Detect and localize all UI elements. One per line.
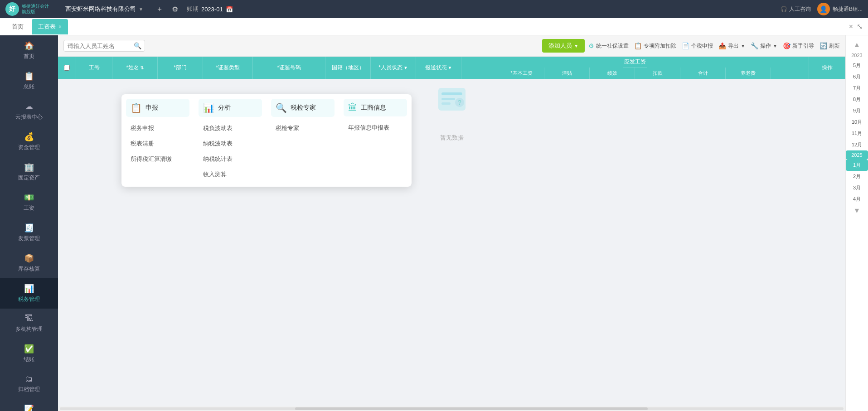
- select-all-checkbox[interactable]: [64, 65, 70, 71]
- dropdown-item-tax-fluctuation[interactable]: 纳税波动表: [199, 136, 262, 151]
- svg-rect-3: [441, 102, 451, 105]
- top-bar: 好 畅捷通好会计 旗舰版 西安虾米网络科技有限公司 ▼ ＋ ⚙ 账期 2023-…: [0, 0, 868, 18]
- dropdown-col-declaration: 📋 申报 税务申报 税表清册 所得税汇算清缴: [121, 99, 194, 182]
- dropdown-item-tax-stats[interactable]: 纳税统计表: [199, 151, 262, 167]
- dropdown-cols: 📋 申报 税务申报 税表清册 所得税汇算清缴 📊 分析 税负波动表 纳税波动表 …: [121, 94, 412, 187]
- special-deduction-icon: 📋: [634, 42, 642, 49]
- timeline-month-9[interactable]: 9月: [846, 105, 868, 116]
- timeline-nav-up[interactable]: ▲: [852, 39, 863, 51]
- tax-expert-col-icon: 🔍: [276, 102, 287, 113]
- report-filter-icon: ▼: [448, 65, 452, 70]
- sidebar-item-inventory[interactable]: 📦 库存核算: [0, 248, 58, 278]
- timeline-month-12[interactable]: 12月: [846, 139, 868, 150]
- company-selector[interactable]: 西安虾米网络科技有限公司 ▼: [65, 5, 143, 13]
- sidebar-item-home[interactable]: 🏠 首页: [0, 35, 58, 66]
- timeline-nav-down[interactable]: ▼: [852, 205, 863, 217]
- timeline-month-8[interactable]: 8月: [846, 94, 868, 105]
- th-checkbox[interactable]: [58, 57, 76, 79]
- tab-home[interactable]: 首页: [5, 19, 30, 34]
- th-total: 合计: [680, 68, 726, 79]
- th-dept: *部门: [158, 57, 203, 79]
- resize-window-icon[interactable]: ⤡: [857, 22, 863, 31]
- wage-group-label: 应发工资: [623, 57, 647, 68]
- tab-salary-table[interactable]: 工资表 ×: [32, 19, 68, 34]
- dropdown-col-business-info: 🏛 工商信息 年报信息申报表: [339, 99, 412, 182]
- main-layout: 🏠 首页 📋 总账 ☁ 云报表中心 💰 资金管理 🏢 固定资产 💵 工资 🧾 发…: [0, 35, 868, 411]
- guide-action[interactable]: 🎯 新手引导: [783, 42, 814, 50]
- cloud-icon: ☁: [25, 102, 33, 111]
- sidebar-item-close-account[interactable]: ✅ 结账: [0, 338, 58, 369]
- fund-icon: 💰: [24, 132, 34, 142]
- content-toolbar: 🔍 添加人员 ▼ ⚙ 统一社保设置 📋 专项附加扣除 📄 个税申报: [58, 35, 845, 57]
- sidebar-item-invoice[interactable]: 🧾 发票管理: [0, 218, 58, 248]
- toolbar-actions: ⚙ 统一社保设置 📋 专项附加扣除 📄 个税申报 📤 导出 ▼ 🔧: [588, 42, 840, 50]
- scrollbar-track: [60, 407, 844, 410]
- dropdown-item-tax-burden[interactable]: 税负波动表: [199, 121, 262, 136]
- period-value: 2023-01: [201, 6, 223, 13]
- th-wage-group: 应发工资 *基本工资 津贴 绩效 扣款: [461, 57, 809, 79]
- export-icon: 📤: [718, 42, 726, 49]
- timeline-month-5[interactable]: 5月: [846, 60, 868, 71]
- operations-action[interactable]: 🔧 操作 ▼: [751, 42, 777, 50]
- sidebar-item-salary[interactable]: 💵 工资: [0, 187, 58, 218]
- timeline-month-11[interactable]: 11月: [846, 128, 868, 139]
- sidebar: 🏠 首页 📋 总账 ☁ 云报表中心 💰 资金管理 🏢 固定资产 💵 工资 🧾 发…: [0, 35, 58, 411]
- tab-close-icon[interactable]: ×: [58, 24, 62, 30]
- sidebar-item-multi-org[interactable]: 🏗 多机构管理: [0, 309, 58, 338]
- dropdown-item-tax-table[interactable]: 税表清册: [126, 136, 189, 151]
- support-label: 人工咨询: [789, 5, 811, 13]
- timeline-month-6[interactable]: 6月: [846, 71, 868, 82]
- sidebar-item-archive[interactable]: 🗂 归档管理: [0, 369, 58, 399]
- sidebar-item-fund[interactable]: 💰 资金管理: [0, 126, 58, 157]
- add-btn-arrow-icon: ▼: [574, 44, 578, 48]
- dropdown-col-tax-expert: 🔍 税检专家 税检专家: [267, 99, 339, 182]
- sidebar-item-cloud-report[interactable]: ☁ 云报表中心: [0, 96, 58, 126]
- dropdown-item-tax-settlement[interactable]: 所得税汇算清缴: [126, 151, 189, 167]
- bottom-scrollbar[interactable]: [58, 406, 845, 411]
- dropdown-item-annual-report[interactable]: 年报信息申报表: [344, 120, 407, 135]
- sidebar-item-expense[interactable]: 📝 小畅报销: [0, 399, 58, 411]
- timeline-month-3[interactable]: 3月: [846, 182, 868, 193]
- timeline-month-1[interactable]: 1月: [846, 160, 868, 171]
- dropdown-item-income-estimate[interactable]: 收入测算: [199, 167, 262, 182]
- content-area: 🔍 添加人员 ▼ ⚙ 统一社保设置 📋 专项附加扣除 📄 个税申报: [58, 35, 845, 411]
- special-deduction-action[interactable]: 📋 专项附加扣除: [634, 42, 676, 50]
- th-status[interactable]: *人员状态 ▼: [371, 57, 416, 79]
- support-button[interactable]: 🎧 人工咨询: [781, 5, 811, 13]
- close-window-icon[interactable]: ×: [849, 23, 853, 31]
- th-nation: 国籍（地区）: [325, 57, 371, 79]
- th-name[interactable]: *姓名 ⇅: [112, 57, 158, 79]
- settings-button[interactable]: ⚙: [169, 3, 181, 15]
- export-action[interactable]: 📤 导出 ▼: [718, 42, 745, 50]
- tax-declaration-action[interactable]: 📄 个税申报: [682, 42, 713, 50]
- sidebar-item-assets[interactable]: 🏢 固定资产: [0, 157, 58, 187]
- refresh-action[interactable]: 🔄 刷新: [820, 42, 840, 50]
- timeline-month-10[interactable]: 10月: [846, 116, 868, 128]
- timeline-month-2[interactable]: 2月: [846, 171, 868, 182]
- empty-state-icon: ?: [432, 79, 472, 128]
- period-calendar-icon[interactable]: 📅: [226, 6, 233, 13]
- dropdown-item-tax-declaration[interactable]: 税务申报: [126, 121, 189, 136]
- timeline-month-4[interactable]: 4月: [846, 193, 868, 205]
- th-report-status[interactable]: 报送状态 ▼: [416, 57, 461, 79]
- th-performance: 绩效: [590, 68, 635, 79]
- dropdown-item-tax-expert[interactable]: 税检专家: [271, 121, 335, 136]
- period-label: 账期: [187, 5, 199, 13]
- multi-org-icon: 🏗: [25, 314, 33, 324]
- sidebar-item-tax[interactable]: 📊 税务管理: [0, 278, 58, 309]
- add-company-button[interactable]: ＋: [153, 3, 166, 15]
- dropdown-menu: 📋 申报 税务申报 税表清册 所得税汇算清缴 📊 分析 税负波动表 纳税波动表 …: [121, 94, 412, 187]
- add-person-button[interactable]: 添加人员 ▼: [542, 39, 585, 53]
- timeline-month-7[interactable]: 7月: [846, 82, 868, 94]
- sidebar-item-ledger[interactable]: 📋 总账: [0, 66, 58, 96]
- invoice-icon: 🧾: [24, 223, 34, 233]
- ops-arrow-icon: ▼: [773, 44, 777, 48]
- expense-icon: 📝: [24, 404, 34, 411]
- th-allowance: 津贴: [544, 68, 590, 79]
- user-area[interactable]: 👤 畅捷通B组...: [817, 3, 863, 15]
- search-input[interactable]: [68, 43, 131, 49]
- table-header: 工号 *姓名 ⇅ *部门 *证鉴类型 *证鉴号码 国籍（地区）: [58, 57, 845, 79]
- social-insurance-icon: ⚙: [588, 42, 594, 49]
- scrollbar-thumb: [295, 407, 648, 410]
- social-insurance-action[interactable]: ⚙ 统一社保设置: [588, 42, 629, 50]
